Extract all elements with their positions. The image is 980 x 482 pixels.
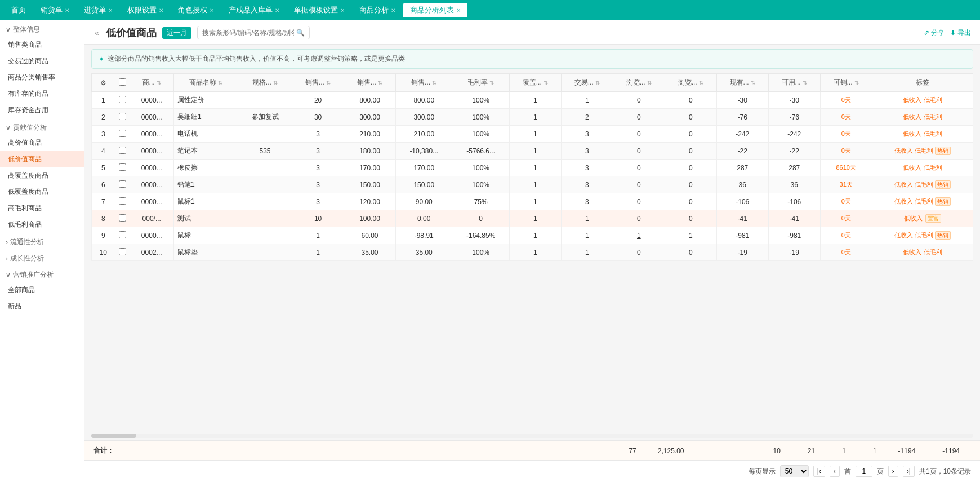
last-page-button[interactable]: ›|	[903, 466, 915, 477]
col-stock2[interactable]: 可用... ⇅	[768, 74, 820, 92]
close-icon[interactable]: ✕	[108, 7, 113, 14]
nav-sales[interactable]: 销货单 ✕	[34, 3, 76, 17]
sidebar-item-high-margin[interactable]: 高毛利商品	[0, 200, 84, 216]
time-filter-badge[interactable]: 近一月	[162, 27, 191, 39]
row-browse1[interactable]: 0	[613, 244, 665, 261]
sidebar-item-all-products[interactable]: 全部商品	[0, 282, 84, 298]
col-code[interactable]: 商... ⇅	[130, 74, 173, 92]
next-page-button[interactable]: ›	[888, 466, 898, 477]
row-checkbox-cell[interactable]	[115, 193, 130, 210]
row-checkbox[interactable]	[119, 197, 126, 205]
close-icon[interactable]: ✕	[456, 7, 461, 14]
col-browse2[interactable]: 浏览... ⇅	[665, 74, 716, 92]
col-browse1[interactable]: 浏览... ⇅	[613, 74, 665, 92]
row-checkbox-cell[interactable]	[115, 176, 130, 193]
row-checkbox-cell[interactable]	[115, 92, 130, 109]
sidebar-item-low-value[interactable]: 低价值商品	[0, 151, 84, 167]
row-browse1[interactable]: 0	[613, 160, 665, 176]
row-browse1[interactable]: 0	[613, 109, 665, 126]
row-checkbox[interactable]	[119, 231, 126, 238]
col-s3[interactable]: 销售... ⇅	[396, 74, 452, 92]
row-browse1[interactable]: 0	[613, 210, 665, 227]
tag-hot: 热销	[935, 147, 951, 155]
share-button[interactable]: ⇗ 分享	[924, 28, 945, 38]
per-page-select[interactable]: 50 100 200	[780, 465, 809, 477]
col-stock1[interactable]: 现有... ⇅	[716, 74, 768, 92]
browse-link[interactable]: 1	[637, 232, 641, 240]
nav-roles[interactable]: 角色授权 ✕	[171, 3, 221, 17]
col-checkbox[interactable]	[115, 74, 130, 92]
col-name[interactable]: 商品名称 ⇅	[173, 74, 238, 92]
row-checkbox[interactable]	[119, 248, 126, 255]
close-icon[interactable]: ✕	[340, 7, 345, 14]
row-checkbox[interactable]	[119, 163, 126, 171]
row-checkbox-cell[interactable]	[115, 244, 130, 261]
row-checkbox-cell[interactable]	[115, 143, 130, 160]
sidebar-item-low-coverage[interactable]: 低覆盖度商品	[0, 184, 84, 200]
sidebar-item-high-value[interactable]: 高价值商品	[0, 135, 84, 151]
sidebar-item-low-margin[interactable]: 低毛利商品	[0, 216, 84, 233]
close-icon[interactable]: ✕	[275, 7, 279, 14]
row-checkbox-cell[interactable]	[115, 227, 130, 244]
first-page-button[interactable]: |‹	[813, 466, 825, 477]
sidebar-item-traded-products[interactable]: 交易过的商品	[0, 53, 84, 69]
row-browse1[interactable]: 0	[613, 176, 665, 193]
collapse-sidebar-btn[interactable]: «	[93, 28, 100, 37]
row-browse1[interactable]: 0	[613, 193, 665, 210]
row-days: 0天	[820, 109, 872, 126]
nav-purchase[interactable]: 进货单 ✕	[77, 3, 119, 17]
row-checkbox[interactable]	[119, 147, 126, 154]
col-s1[interactable]: 销售... ⇅	[292, 74, 344, 92]
nav-warehouse[interactable]: 产成品入库单 ✕	[222, 3, 286, 17]
col-cover[interactable]: 覆盖... ⇅	[509, 74, 561, 92]
sidebar-section-contribution[interactable]: ∨ 贡献值分析	[0, 118, 84, 135]
row-checkbox-cell[interactable]	[115, 160, 130, 176]
page-number-input[interactable]	[856, 466, 872, 477]
sidebar-item-capital[interactable]: 库存资金占用	[0, 102, 84, 118]
col-spec[interactable]: 规格... ⇅	[238, 74, 292, 92]
close-icon[interactable]: ✕	[159, 7, 163, 14]
nav-template[interactable]: 单据模板设置 ✕	[287, 3, 351, 17]
scrollbar-thumb[interactable]	[91, 434, 136, 438]
row-checkbox[interactable]	[119, 214, 126, 222]
sidebar-section-general[interactable]: ∨ 整体信息	[0, 20, 84, 37]
row-rate: 100%	[452, 160, 509, 176]
col-rate[interactable]: 毛利率 ⇅	[452, 74, 509, 92]
row-checkbox[interactable]	[119, 180, 126, 188]
col-trade[interactable]: 交易... ⇅	[561, 74, 613, 92]
row-checkbox-cell[interactable]	[115, 126, 130, 143]
export-button[interactable]: ⬇ 导出	[950, 28, 971, 38]
row-checkbox-cell[interactable]	[115, 109, 130, 126]
sidebar-section-liquidity[interactable]: › 流通性分析	[0, 233, 84, 249]
row-checkbox-cell[interactable]	[115, 210, 130, 227]
nav-home[interactable]: 首页	[5, 3, 33, 17]
nav-permissions[interactable]: 权限设置 ✕	[121, 3, 170, 17]
col-settings[interactable]: ⚙	[92, 74, 115, 92]
prev-page-button[interactable]: ‹	[830, 466, 840, 477]
select-all-checkbox[interactable]	[119, 78, 126, 86]
row-browse1[interactable]: 0	[613, 126, 665, 143]
sidebar-item-category-rate[interactable]: 商品分类销售率	[0, 69, 84, 86]
sidebar-item-new-products[interactable]: 新品	[0, 298, 84, 315]
col-days[interactable]: 可销... ⇅	[820, 74, 872, 92]
sidebar-item-stocked[interactable]: 有库存的商品	[0, 86, 84, 102]
row-checkbox[interactable]	[119, 130, 126, 137]
row-browse1[interactable]: 1	[613, 227, 665, 244]
close-icon[interactable]: ✕	[65, 7, 69, 14]
row-browse1[interactable]: 0	[613, 92, 665, 109]
sidebar-item-high-coverage[interactable]: 高覆盖度商品	[0, 167, 84, 184]
horizontal-scrollbar[interactable]	[91, 434, 973, 438]
sidebar-section-marketing[interactable]: ∨ 营销推广分析	[0, 266, 84, 282]
search-input[interactable]	[202, 29, 294, 37]
nav-analysis-list[interactable]: 商品分析列表 ✕	[403, 3, 467, 17]
row-browse1[interactable]: 0	[613, 143, 665, 160]
row-checkbox[interactable]	[119, 113, 126, 120]
close-icon[interactable]: ✕	[391, 7, 395, 14]
sidebar-section-growth[interactable]: › 成长性分析	[0, 249, 84, 266]
col-s2[interactable]: 销售... ⇅	[344, 74, 396, 92]
close-icon[interactable]: ✕	[210, 7, 214, 14]
row-checkbox[interactable]	[119, 96, 126, 103]
col-tags[interactable]: 标签	[872, 74, 973, 92]
sidebar-item-sales-products[interactable]: 销售类商品	[0, 37, 84, 53]
nav-analysis[interactable]: 商品分析 ✕	[353, 3, 402, 17]
